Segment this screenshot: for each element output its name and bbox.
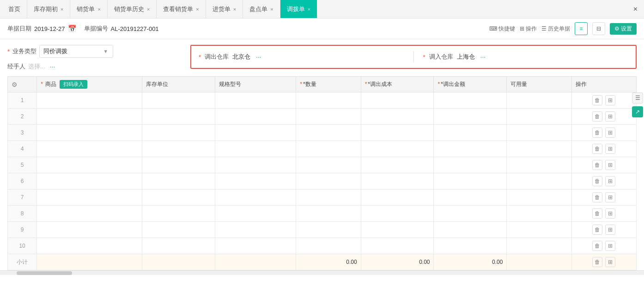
tab-transfer[interactable]: 调拨单 × bbox=[280, 0, 317, 18]
tab-view-sales[interactable]: 查看销货单 × bbox=[157, 0, 206, 18]
delete-icon-6[interactable]: 🗑 bbox=[592, 176, 602, 186]
cell-unit-9[interactable] bbox=[142, 222, 215, 238]
delete-icon-7[interactable]: 🗑 bbox=[592, 192, 602, 202]
cell-spec-7[interactable] bbox=[215, 189, 296, 206]
cell-qty-8[interactable] bbox=[296, 206, 361, 222]
cell-amount-4[interactable] bbox=[434, 141, 507, 157]
copy-icon-10[interactable]: ⊞ bbox=[605, 241, 615, 251]
cell-product-10[interactable] bbox=[37, 238, 142, 254]
cell-amount-2[interactable] bbox=[434, 109, 507, 125]
close-tab-inventory-init[interactable]: × bbox=[61, 6, 63, 12]
delete-icon-1[interactable]: 🗑 bbox=[592, 95, 602, 105]
copy-icon-7[interactable]: ⊞ bbox=[605, 192, 615, 202]
cell-unit-10[interactable] bbox=[142, 238, 215, 254]
cell-spec-9[interactable] bbox=[215, 222, 296, 238]
scrollbar-thumb[interactable] bbox=[17, 271, 72, 275]
delete-icon-5[interactable]: 🗑 bbox=[592, 160, 602, 170]
cell-spec-2[interactable] bbox=[215, 109, 296, 125]
cell-unit-2[interactable] bbox=[142, 109, 215, 125]
cell-qty-2[interactable] bbox=[296, 109, 361, 125]
close-tab-sales-history[interactable]: × bbox=[147, 6, 150, 12]
cell-product-8[interactable] bbox=[37, 206, 142, 222]
tab-home[interactable]: 首页 bbox=[2, 0, 27, 18]
cell-qty-9[interactable] bbox=[296, 222, 361, 238]
cell-spec-8[interactable] bbox=[215, 206, 296, 222]
cell-qty-6[interactable] bbox=[296, 173, 361, 189]
delete-icon-4[interactable]: 🗑 bbox=[592, 144, 602, 154]
cell-unit-1[interactable] bbox=[142, 92, 215, 109]
cell-cost-2[interactable] bbox=[361, 109, 434, 125]
table-gear-icon[interactable]: ⚙ bbox=[12, 81, 18, 88]
operations-btn[interactable]: ⊞ 操作 bbox=[520, 25, 537, 33]
delete-icon-10[interactable]: 🗑 bbox=[592, 241, 602, 251]
close-tab-view-sales[interactable]: × bbox=[196, 6, 199, 12]
tab-sales[interactable]: 销货单 × bbox=[70, 0, 107, 18]
sidebar-list-icon[interactable]: ☰ bbox=[632, 92, 643, 104]
col-header-settings[interactable]: ⚙ bbox=[8, 77, 37, 92]
calendar-icon[interactable]: 📅 bbox=[68, 24, 77, 33]
cell-product-6[interactable] bbox=[37, 173, 142, 189]
cell-spec-1[interactable] bbox=[215, 92, 296, 109]
transfer-in-value[interactable]: 上海仓 bbox=[457, 53, 475, 61]
cell-qty-10[interactable] bbox=[296, 238, 361, 254]
cell-spec-4[interactable] bbox=[215, 141, 296, 157]
cell-spec-10[interactable] bbox=[215, 238, 296, 254]
cell-product-3[interactable] bbox=[37, 125, 142, 141]
delete-icon-8[interactable]: 🗑 bbox=[592, 208, 602, 219]
person-select[interactable]: 选择... bbox=[28, 62, 45, 71]
copy-icon-11[interactable]: ⊞ bbox=[605, 257, 615, 267]
cell-amount-3[interactable] bbox=[434, 125, 507, 141]
cell-amount-9[interactable] bbox=[434, 222, 507, 238]
copy-icon-8[interactable]: ⊞ bbox=[605, 208, 615, 219]
cell-cost-4[interactable] bbox=[361, 141, 434, 157]
cell-product-4[interactable] bbox=[37, 141, 142, 157]
copy-icon-3[interactable]: ⊞ bbox=[605, 128, 615, 138]
sidebar-export-icon[interactable]: ↗ bbox=[632, 106, 643, 117]
cell-unit-8[interactable] bbox=[142, 206, 215, 222]
delete-icon-3[interactable]: 🗑 bbox=[592, 128, 602, 138]
history-btn[interactable]: ☰ 历史单据 bbox=[541, 25, 570, 33]
cell-cost-9[interactable] bbox=[361, 222, 434, 238]
cell-unit-5[interactable] bbox=[142, 157, 215, 173]
delete-icon-2[interactable]: 🗑 bbox=[592, 111, 602, 122]
transfer-out-more-btn[interactable]: ··· bbox=[254, 53, 263, 61]
cell-unit-4[interactable] bbox=[142, 141, 215, 157]
shortcuts-btn[interactable]: ⌨ 快捷键 bbox=[489, 25, 515, 33]
cell-qty-1[interactable] bbox=[296, 92, 361, 109]
cell-cost-10[interactable] bbox=[361, 238, 434, 254]
tab-inventory[interactable]: 盘点单 × bbox=[243, 0, 280, 18]
copy-icon-5[interactable]: ⊞ bbox=[605, 160, 615, 170]
person-more-btn[interactable]: ··· bbox=[48, 63, 57, 70]
transfer-out-value[interactable]: 北京仓 bbox=[232, 53, 250, 61]
tab-inventory-init[interactable]: 库存期初 × bbox=[27, 0, 70, 18]
cell-amount-6[interactable] bbox=[434, 173, 507, 189]
close-tab-inventory[interactable]: × bbox=[270, 6, 273, 12]
cell-spec-5[interactable] bbox=[215, 157, 296, 173]
cell-product-5[interactable] bbox=[37, 157, 142, 173]
list-view-btn[interactable]: ≡ bbox=[575, 22, 588, 35]
copy-icon-4[interactable]: ⊞ bbox=[605, 144, 615, 154]
doc-value[interactable]: AL-20191227-001 bbox=[111, 25, 159, 32]
cell-cost-5[interactable] bbox=[361, 157, 434, 173]
cell-product-9[interactable] bbox=[37, 222, 142, 238]
tab-sales-history[interactable]: 销货单历史 × bbox=[108, 0, 157, 18]
cell-unit-7[interactable] bbox=[142, 189, 215, 206]
cell-qty-5[interactable] bbox=[296, 157, 361, 173]
delete-icon-11[interactable]: 🗑 bbox=[592, 257, 602, 267]
copy-icon-1[interactable]: ⊞ bbox=[605, 95, 615, 105]
copy-icon-6[interactable]: ⊞ bbox=[605, 176, 615, 186]
close-tab-sales[interactable]: × bbox=[97, 6, 100, 12]
cell-qty-7[interactable] bbox=[296, 189, 361, 206]
tab-purchase[interactable]: 进货单 × bbox=[206, 0, 243, 18]
scan-entry-btn[interactable]: 扫码录入 bbox=[60, 80, 87, 89]
cell-amount-1[interactable] bbox=[434, 92, 507, 109]
grid-view-btn[interactable]: ⊟ bbox=[592, 22, 605, 35]
cell-product-1[interactable] bbox=[37, 92, 142, 109]
copy-icon-9[interactable]: ⊞ bbox=[605, 225, 615, 235]
cell-amount-5[interactable] bbox=[434, 157, 507, 173]
copy-icon-2[interactable]: ⊞ bbox=[605, 111, 615, 122]
horizontal-scrollbar[interactable] bbox=[0, 270, 644, 275]
close-tab-transfer[interactable]: × bbox=[308, 6, 310, 12]
delete-icon-9[interactable]: 🗑 bbox=[592, 225, 602, 235]
cell-cost-7[interactable] bbox=[361, 189, 434, 206]
